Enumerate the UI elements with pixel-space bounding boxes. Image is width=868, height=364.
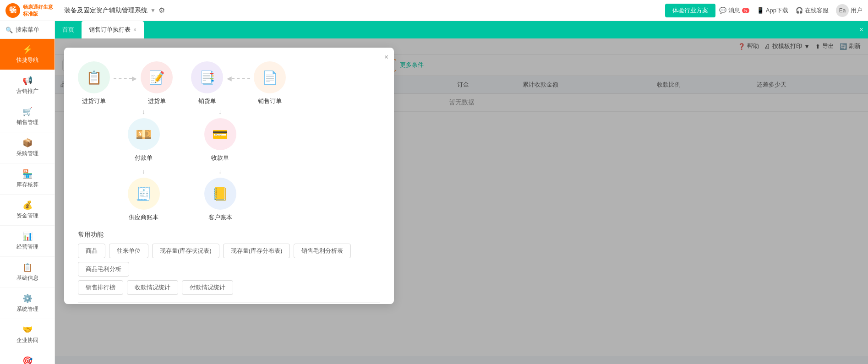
modal-close-button[interactable]: × (384, 53, 388, 61)
func-btn-sales-profit[interactable]: 销售毛利分析表 (294, 244, 351, 258)
sales-icon: 🛒 (22, 107, 33, 117)
tab-sales-order-exec[interactable]: 销售订单执行表 × (82, 21, 144, 38)
func-btn-inventory-status[interactable]: 现存量(库存状况表) (152, 244, 219, 258)
purchase-slip-icon: 📝 (141, 61, 173, 93)
guide-icon: 🎯 (22, 356, 33, 364)
payment-icon: 💴 (128, 118, 160, 150)
header-right: 💬 消息 5 📱 App下载 🎧 在线客服 Ea 用户 (719, 4, 863, 17)
headset-icon: 🎧 (796, 7, 803, 14)
content-area: 首页 销售订单执行表 × × ❓ 帮助 🖨 按模板打印 ▼ (55, 21, 868, 364)
sidebar-item-inventory[interactable]: 🏪 库存核算 (0, 163, 55, 195)
message-badge: 5 (742, 8, 749, 13)
func-btn-sales-rank[interactable]: 销售排行榜 (78, 280, 123, 295)
finance-icon: 💰 (22, 200, 33, 210)
func-buttons-row2: 销售排行榜 收款情况统计 付款情况统计 (78, 280, 380, 295)
tab-bar: 首页 销售订单执行表 × × (55, 21, 868, 38)
common-functions-title: 常用功能 (78, 231, 380, 239)
func-btn-payment-stat[interactable]: 付款情况统计 (182, 280, 233, 295)
purchase-order-icon: 📋 (78, 61, 110, 93)
logo-icon: 畅 (5, 3, 20, 18)
inventory-icon: 🏪 (22, 169, 33, 179)
supplier-ledger-icon: 🧾 (128, 178, 160, 210)
system-title: 装备及固定资产辅助管理系统 ▼ ⚙ (64, 6, 661, 15)
basic-icon: 📋 (22, 262, 33, 272)
sidebar-item-basic[interactable]: 📋 基础信息 (0, 257, 55, 288)
modal-dialog: × 📋 进货订单 (64, 48, 394, 304)
message-icon: 💬 (719, 7, 726, 14)
quick-icon: ⚡ (22, 44, 33, 54)
operation-icon: 📊 (22, 231, 33, 241)
settings-icon[interactable]: ⚙ (158, 6, 168, 15)
flow-purchase-order: 📋 进货订单 (78, 61, 110, 105)
receipt-icon: 💳 (204, 118, 236, 150)
tab-bar-close[interactable]: × (859, 26, 863, 34)
messages-button[interactable]: 💬 消息 5 (719, 6, 749, 15)
sidebar-item-operation[interactable]: 📊 经营管理 (0, 226, 55, 257)
page-content: ❓ 帮助 🖨 按模板打印 ▼ ⬆ 导出 🔄 刷新 (55, 38, 868, 364)
search-icon: 🔍 (5, 27, 13, 33)
modal-overlay: × 📋 进货订单 (55, 38, 868, 364)
sidebar: 🔍 搜索菜单 ⚡ 快捷导航 📢 营销推广 🛒 销售管理 📦 采购管理 🏪 库存核… (0, 21, 55, 364)
phone-icon: 📱 (757, 7, 764, 14)
scroll-bar-area: ◀ ▶ (78, 302, 380, 304)
sidebar-item-finance[interactable]: 💰 资金管理 (0, 195, 55, 226)
flow-sales-slip: 📑 销货单 (191, 61, 223, 105)
marketing-icon: 📢 (22, 76, 33, 86)
common-functions: 常用功能 商品 往来单位 现存量(库存状况表) 现存量(库存分布表) 销售毛利分… (78, 231, 380, 295)
func-btn-receipt-stat[interactable]: 收款情况统计 (127, 280, 178, 295)
sales-slip-icon: 📑 (191, 61, 223, 93)
flow-supplier-ledger: 🧾 供应商账本 (128, 178, 160, 222)
sidebar-item-sales[interactable]: 🛒 销售管理 (0, 101, 55, 132)
top-header: 畅 畅康通好生意 标准版 装备及固定资产辅助管理系统 ▼ ⚙ 体验行业方案 💬 … (0, 0, 868, 21)
tab-home[interactable]: 首页 (55, 21, 82, 38)
sidebar-item-enterprise[interactable]: 🤝 企业协同 (0, 319, 55, 350)
flow-diagram: 📋 进货订单 ▶ 📝 进货单 (78, 61, 380, 222)
sidebar-item-guide[interactable]: 🎯 新手引导 (0, 350, 55, 364)
app-download-button[interactable]: 📱 App下载 (757, 6, 788, 15)
main-layout: 🔍 搜索菜单 ⚡ 快捷导航 📢 营销推广 🛒 销售管理 📦 采购管理 🏪 库存核… (0, 21, 868, 364)
func-btn-product-profit[interactable]: 商品毛利分析 (78, 262, 129, 277)
flow-receipt: 💳 收款单 (204, 118, 236, 162)
logo-text: 畅康通好生意 标准版 (23, 4, 53, 17)
system-icon: ⚙️ (22, 293, 33, 304)
func-buttons-row1: 商品 往来单位 现存量(库存状况表) 现存量(库存分布表) 销售毛利分析表 商品… (78, 244, 380, 277)
online-service-button[interactable]: 🎧 在线客服 (796, 6, 829, 15)
purchase-icon: 📦 (22, 138, 33, 148)
trial-button[interactable]: 体验行业方案 (665, 4, 715, 17)
func-btn-inventory-dist[interactable]: 现存量(库存分布表) (223, 244, 290, 258)
flow-payment: 💴 付款单 (128, 118, 160, 162)
sidebar-item-quick[interactable]: ⚡ 快捷导航 (0, 39, 55, 70)
user-avatar: Ea (836, 4, 849, 17)
system-dropdown[interactable]: ▼ (150, 7, 156, 14)
flow-customer-ledger: 📒 客户账本 (204, 178, 236, 222)
func-btn-product[interactable]: 商品 (78, 244, 105, 258)
flow-sales-order: 📄 销售订单 (254, 61, 286, 105)
sales-order-icon: 📄 (254, 61, 286, 93)
user-menu[interactable]: Ea 用户 (836, 4, 863, 17)
sidebar-item-purchase[interactable]: 📦 采购管理 (0, 132, 55, 163)
func-btn-partner[interactable]: 往来单位 (109, 244, 148, 258)
tab-close-icon[interactable]: × (133, 27, 136, 33)
enterprise-icon: 🤝 (22, 325, 33, 335)
sidebar-item-system[interactable]: ⚙️ 系统管理 (0, 288, 55, 319)
customer-ledger-icon: 📒 (204, 178, 236, 210)
sidebar-item-marketing[interactable]: 📢 营销推广 (0, 70, 55, 101)
logo-area: 畅 畅康通好生意 标准版 (5, 3, 60, 18)
flow-purchase-slip: 📝 进货单 (141, 61, 173, 105)
search-menu[interactable]: 🔍 搜索菜单 (0, 21, 55, 39)
